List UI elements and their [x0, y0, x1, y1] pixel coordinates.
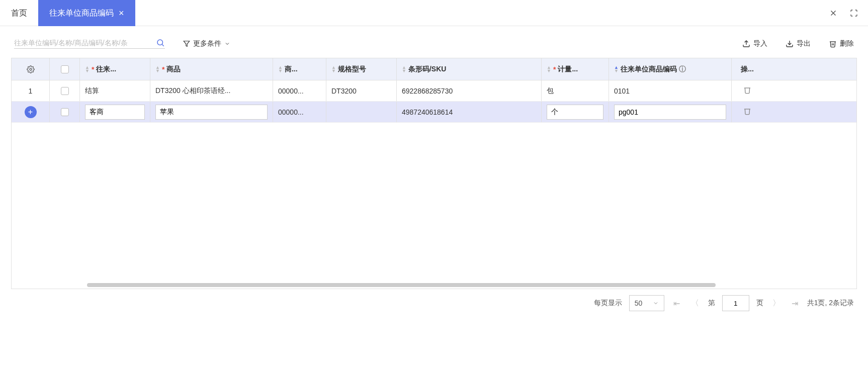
unit-input[interactable] [85, 105, 145, 120]
col-productno[interactable]: ▲▼ 商... [273, 58, 326, 80]
help-icon[interactable]: ⓘ [679, 65, 686, 74]
toolbar: 更多条件 导入 导出 删除 [0, 26, 868, 58]
table-header: ▲▼ * 往来... ▲▼ * 商品 ▲▼ 商... ▲▼ 规格型号 ▲▼ 条形… [12, 58, 856, 80]
page-input[interactable] [722, 295, 749, 311]
required-mark: * [92, 65, 94, 73]
checkbox-all[interactable] [61, 65, 69, 73]
required-mark: * [162, 65, 164, 73]
checkbox[interactable] [61, 108, 69, 116]
export-button[interactable]: 导出 [786, 39, 811, 48]
page-next-icon[interactable]: 〉 [770, 298, 783, 309]
col-productno-label: 商... [285, 65, 298, 74]
chevron-down-icon [653, 300, 659, 306]
search-input[interactable] [14, 39, 156, 47]
horizontal-scrollbar[interactable] [12, 282, 856, 289]
cell-uom [542, 102, 609, 122]
col-uom[interactable]: ▲▼ * 计量... [542, 58, 609, 80]
col-product-label: 商品 [166, 65, 181, 74]
col-unit-label: 往来... [96, 65, 116, 74]
cell-action [732, 80, 763, 101]
tab-bar: 首页 往来单位商品编码 × [0, 0, 868, 26]
col-settings[interactable] [12, 58, 50, 80]
delete-label: 删除 [840, 39, 854, 48]
search-wrap [14, 38, 165, 49]
svg-marker-4 [184, 41, 190, 46]
row-delete-icon[interactable] [743, 107, 751, 117]
sort-icon: ▲▼ [547, 66, 551, 73]
tab-home[interactable]: 首页 [0, 0, 38, 26]
fullscreen-icon[interactable] [850, 9, 858, 17]
col-code[interactable]: ▲▼ 往来单位商品编码 ⓘ [609, 58, 732, 80]
pagination: 每页显示 50 ⇤ 〈 第 页 〉 ⇥ 共1页, 2条记录 [0, 289, 868, 317]
sort-icon: ▲▼ [402, 66, 406, 73]
col-unit[interactable]: ▲▼ * 往来... [80, 58, 150, 80]
tab-current[interactable]: 往来单位商品编码 × [38, 0, 135, 26]
cell-productno: 00000... [273, 102, 326, 122]
more-filter-button[interactable]: 更多条件 [183, 39, 230, 48]
col-spec[interactable]: ▲▼ 规格型号 [326, 58, 397, 80]
sort-icon: ▲▼ [614, 66, 619, 73]
required-mark: * [553, 65, 556, 73]
chevron-down-icon [224, 41, 230, 47]
sort-icon: ▲▼ [155, 66, 160, 73]
import-icon [742, 40, 750, 48]
cell-unit[interactable]: 结算 [80, 80, 150, 101]
row-add[interactable]: + [12, 102, 50, 122]
page-first-icon[interactable]: ⇤ [671, 299, 682, 308]
import-button[interactable]: 导入 [742, 39, 767, 48]
row-delete-icon[interactable] [743, 86, 751, 96]
close-all-icon[interactable] [829, 9, 838, 18]
col-check-all[interactable] [50, 58, 80, 80]
sort-icon: ▲▼ [278, 66, 283, 73]
close-icon[interactable]: × [119, 9, 124, 18]
table-row: + 00000... 4987240618614 [12, 102, 856, 123]
cell-code [609, 102, 732, 122]
svg-point-2 [157, 40, 163, 45]
cell-uom[interactable]: 包 [542, 80, 609, 101]
sort-icon: ▲▼ [85, 66, 90, 73]
export-icon [786, 40, 794, 48]
per-page-label: 每页显示 [594, 299, 622, 308]
col-product[interactable]: ▲▼ * 商品 [150, 58, 273, 80]
code-input[interactable] [614, 105, 726, 120]
per-page-value: 50 [635, 299, 643, 307]
checkbox[interactable] [61, 87, 69, 95]
trash-icon [829, 40, 837, 48]
svg-point-7 [30, 68, 32, 70]
tab-current-label: 往来单位商品编码 [49, 0, 114, 26]
col-code-label: 往来单位商品编码 [621, 65, 677, 74]
col-action: 操... [732, 58, 763, 80]
svg-line-3 [162, 44, 163, 46]
scrollbar-thumb[interactable] [87, 283, 716, 287]
cell-productno: 00000... [273, 80, 326, 101]
product-input[interactable] [155, 105, 268, 120]
col-uom-label: 计量... [558, 65, 578, 74]
page-last-icon[interactable]: ⇥ [790, 299, 800, 308]
table-body: 1 结算 DT3200 心相印茶语经... 00000... DT3200 69… [12, 80, 856, 282]
pagination-summary: 共1页, 2条记录 [807, 299, 854, 308]
row-check[interactable] [50, 80, 80, 101]
export-label: 导出 [797, 39, 811, 48]
page-prev-icon[interactable]: 〈 [689, 298, 701, 309]
filter-icon [183, 40, 190, 47]
col-action-label: 操... [741, 65, 754, 74]
search-icon[interactable] [156, 38, 165, 47]
more-filter-label: 更多条件 [193, 39, 221, 48]
data-table: ▲▼ * 往来... ▲▼ * 商品 ▲▼ 商... ▲▼ 规格型号 ▲▼ 条形… [11, 58, 857, 289]
tab-home-label: 首页 [11, 0, 27, 26]
cell-action [732, 102, 763, 122]
cell-barcode: 6922868285730 [397, 80, 542, 101]
table-row: 1 结算 DT3200 心相印茶语经... 00000... DT3200 69… [12, 80, 856, 102]
row-check[interactable] [50, 102, 80, 122]
per-page-select[interactable]: 50 [629, 295, 664, 311]
cell-code[interactable]: 0101 [609, 80, 732, 101]
delete-button[interactable]: 删除 [829, 39, 854, 48]
uom-input[interactable] [547, 105, 603, 120]
import-label: 导入 [753, 39, 767, 48]
col-barcode[interactable]: ▲▼ 条形码/SKU [397, 58, 542, 80]
cell-product [150, 102, 273, 122]
cell-product[interactable]: DT3200 心相印茶语经... [150, 80, 273, 101]
page-ye-label: 页 [756, 299, 763, 308]
tab-right-controls [829, 9, 868, 18]
cell-barcode: 4987240618614 [397, 102, 542, 122]
